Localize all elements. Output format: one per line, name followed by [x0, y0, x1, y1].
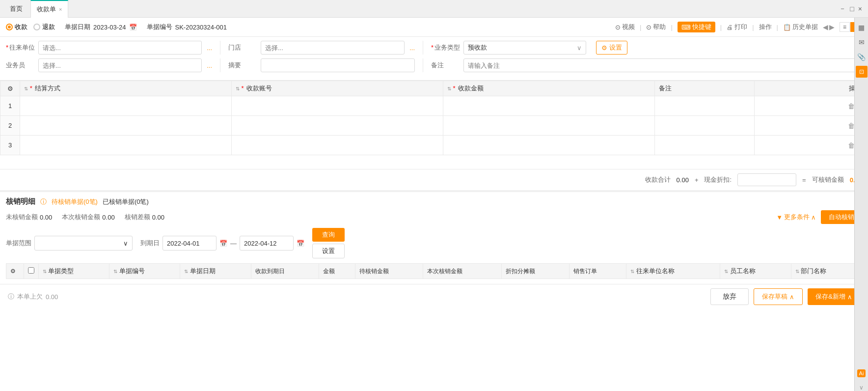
date-calendar-icon[interactable]: 📅 — [129, 24, 137, 31]
due-from-input[interactable] — [163, 236, 217, 251]
col-settings-header[interactable]: ⚙ — [0, 81, 20, 96]
staff-input[interactable] — [38, 58, 202, 72]
receipt-type-radio-group: 收款 退款 — [6, 23, 55, 31]
row-2-settle[interactable] — [20, 116, 232, 136]
bottom-col-settings-header[interactable]: ⚙ — [6, 264, 24, 279]
minimize-button[interactable]: － — [839, 4, 846, 13]
unverified-label: 未核销金额 — [6, 213, 38, 222]
discount-label: 现金折扣: — [704, 175, 732, 184]
tab-close-icon[interactable]: × — [59, 0, 62, 18]
verification-section: 核销明细 ⓘ 待核销单据(0笔) 已核销单据(0笔) 未核销金额 0.00 本次… — [0, 190, 868, 284]
calendar-to-icon[interactable]: 📅 — [297, 240, 304, 247]
diff-label: 核销差额 — [125, 213, 150, 222]
current-stat: 本次核销金额 0.00 — [62, 213, 114, 222]
video-action[interactable]: ⊙ 视频 — [615, 23, 635, 31]
history-action[interactable]: 📋 历史单据 — [783, 23, 818, 31]
maximize-button[interactable]: □ — [850, 4, 854, 13]
range-select[interactable]: ∨ — [34, 236, 133, 251]
row-3-remark[interactable] — [654, 136, 754, 155]
store-field: 门店 ... — [228, 41, 415, 55]
row-3-delete-icon[interactable]: 🗑 — [848, 141, 855, 149]
row-2-account[interactable] — [231, 116, 443, 136]
row-1-settle[interactable] — [20, 96, 232, 116]
calendar-from-icon[interactable]: 📅 — [219, 240, 227, 247]
radio-receipts[interactable]: 收款 — [6, 23, 27, 31]
query-button[interactable]: 查询 — [312, 228, 345, 242]
help-action[interactable]: ⊙ 帮助 — [646, 23, 666, 31]
due-label: 到期日 — [140, 239, 160, 248]
sidebar-table-icon[interactable]: ▦ — [856, 22, 868, 33]
shortcut-action[interactable]: ⌨ 快捷键 — [678, 22, 715, 32]
partner-input[interactable] — [38, 41, 202, 55]
row-1-remark[interactable] — [654, 96, 754, 116]
due-to-input[interactable] — [240, 236, 294, 251]
biztype-label: *业务类型 — [431, 43, 461, 52]
range-field: 单据范围 ∨ — [6, 236, 133, 251]
settings-button[interactable]: ⚙ 设置 — [596, 41, 627, 55]
bottom-col-checkbox-header[interactable] — [24, 264, 39, 279]
close-button[interactable]: × — [858, 4, 862, 13]
pending-tab[interactable]: 待核销单据(0笔) — [52, 197, 98, 206]
current-label: 本次核销金额 — [62, 213, 100, 222]
select-all-checkbox[interactable] — [28, 267, 34, 274]
table-row: 1 🗑 ⊞ — [0, 96, 868, 116]
help-label: 帮助 — [653, 23, 666, 31]
info-icon[interactable]: ⓘ — [40, 197, 47, 206]
partner-sort-icon: ⇅ — [630, 269, 634, 274]
list-view-btn[interactable]: ≡ — [840, 22, 850, 32]
save-new-arrow-icon: ∧ — [847, 293, 852, 301]
staff-dots[interactable]: ... — [207, 62, 212, 69]
bottom-col-order-header: 销售订单 — [569, 264, 626, 279]
save-draft-button[interactable]: 保存草稿 ∧ — [754, 288, 803, 305]
next-arrow-icon[interactable]: ▶ — [829, 23, 835, 31]
store-dots[interactable]: ... — [409, 44, 415, 52]
bottom-col-pending-header: 待核销金额 — [355, 264, 423, 279]
data-table: ⚙ ⇅ * 结算方式 ⇅ * 收款账号 ⇅ * 收款 — [0, 81, 868, 155]
save-new-button[interactable]: 保存&新增 ∧ — [808, 288, 860, 305]
more-conditions-link[interactable]: ▼ 更多条件 ∧ — [776, 213, 816, 222]
row-3-account[interactable] — [231, 136, 443, 155]
row-3-actions: 🗑 ⊞ — [754, 136, 868, 155]
summary-field: 摘要 — [228, 58, 415, 72]
row-3-amount[interactable] — [443, 136, 654, 155]
discount-input[interactable] — [737, 173, 796, 186]
divider-2 — [423, 41, 423, 55]
data-table-container: ⚙ ⇅ * 结算方式 ⇅ * 收款账号 ⇅ * 收款 — [0, 81, 868, 169]
sidebar-scan-icon[interactable]: ⊡ — [856, 66, 868, 78]
tab-current[interactable]: 收款单 × — [30, 0, 68, 18]
tab-home[interactable]: 首页 — [2, 0, 30, 18]
divider-4 — [423, 58, 423, 72]
biztype-value: 预收款 — [468, 43, 487, 52]
number-field: 单据编号 SK-20230324-001 — [147, 23, 227, 31]
verified-tab[interactable]: 已核销单据(0笔) — [103, 197, 149, 206]
remark-input[interactable] — [463, 58, 862, 72]
table-settings-button[interactable]: 设置 — [312, 244, 345, 258]
account-sort-icon: ⇅ — [236, 86, 240, 91]
radio-refund[interactable]: 退款 — [33, 23, 55, 31]
print-action[interactable]: 🖨 打印 — [727, 23, 747, 31]
row-2-amount[interactable] — [443, 116, 654, 136]
operations-action[interactable]: 操作 — [759, 23, 772, 31]
save-new-label: 保存&新增 — [815, 292, 845, 301]
scroll-down-icon[interactable]: ∨ — [859, 384, 864, 391]
row-2-delete-icon[interactable]: 🗑 — [848, 122, 855, 130]
row-1-amount[interactable] — [443, 96, 654, 116]
row-1-delete-icon[interactable]: 🗑 — [848, 102, 855, 110]
sidebar-email-icon[interactable]: ✉ — [856, 36, 868, 48]
partner-dots[interactable]: ... — [207, 44, 212, 52]
store-input[interactable] — [261, 41, 405, 55]
summary-input[interactable] — [261, 58, 415, 72]
biztype-select[interactable]: 预收款 ∨ — [463, 41, 586, 55]
row-3-settle[interactable] — [20, 136, 232, 155]
shortcut-label: 快捷键 — [692, 23, 711, 31]
plus-sign: + — [695, 176, 699, 184]
settings-icon[interactable]: ⚙ — [7, 85, 13, 92]
ai-badge[interactable]: Ai — [857, 369, 866, 377]
abandon-button[interactable]: 放弃 — [710, 288, 749, 305]
bottom-col-date-header: ⇅ 单据日期 — [180, 264, 251, 279]
row-1-account[interactable] — [231, 96, 443, 116]
prev-arrow-icon[interactable]: ◀ — [823, 23, 828, 31]
row-2-remark[interactable] — [654, 116, 754, 136]
sidebar-clip-icon[interactable]: 📎 — [856, 51, 868, 63]
partner-field: *往来单位 ... — [6, 41, 212, 55]
